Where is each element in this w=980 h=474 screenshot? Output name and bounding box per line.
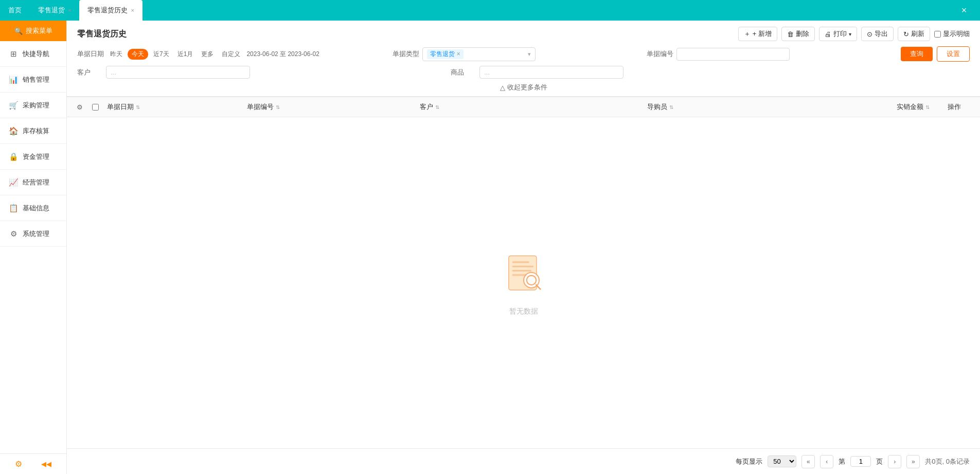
new-button[interactable]: ＋ + 新增 <box>738 27 777 41</box>
tab-retail-return[interactable]: 零售退货 × <box>30 0 79 21</box>
page-title: 零售退货历史 <box>77 29 127 40</box>
tab-home[interactable]: 首页 <box>0 0 30 21</box>
sort-number-icon: ⇅ <box>276 104 280 110</box>
date-opt-yesterday[interactable]: 昨天 <box>107 49 126 60</box>
goods-input[interactable] <box>479 66 623 79</box>
filter-date: 单据日期 昨天 今天 近7天 近1月 更多 自定义 2023-06-02 至 2… <box>77 49 382 60</box>
top-bar: 首页 零售退货 × 零售退货历史 × × <box>0 0 980 21</box>
sidebar-item-system[interactable]: ⚙ 系统管理 <box>0 221 66 247</box>
empty-illustration <box>498 249 549 301</box>
tab-retail-return-history-close[interactable]: × <box>131 7 134 13</box>
date-opt-today[interactable]: 今天 <box>128 49 148 60</box>
filter-customer: 客户 <box>77 66 440 79</box>
th-customer[interactable]: 客户 ⇅ <box>416 102 643 112</box>
table-select-all[interactable] <box>87 104 103 111</box>
th-action-label: 操作 <box>948 102 961 112</box>
tab-retail-return-history[interactable]: 零售退货历史 × <box>79 0 142 21</box>
filter-row-1: 单据日期 昨天 今天 近7天 近1月 更多 自定义 2023-06-02 至 2… <box>77 46 970 62</box>
filter-type: 单据类型 零售退货 × ▾ <box>393 47 636 61</box>
sales-icon: 📊 <box>8 75 19 85</box>
page-prev-button[interactable]: ‹ <box>820 455 833 468</box>
empty-text: 暂无数据 <box>509 307 538 316</box>
sidebar-item-label: 快捷导航 <box>23 49 49 59</box>
page-label: 第 <box>839 457 845 466</box>
table-container: ⚙ 单据日期 ⇅ 单据编号 ⇅ 客户 ⇅ 导购员 ⇅ <box>67 97 980 448</box>
customer-input[interactable] <box>106 66 250 79</box>
print-icon: 🖨 <box>825 30 831 38</box>
number-input[interactable] <box>676 48 790 61</box>
type-select[interactable]: 零售退货 × ▾ <box>422 47 536 61</box>
sidebar-bottom: ⚙ ◀◀ <box>0 453 66 474</box>
inventory-icon: 🏠 <box>8 126 19 136</box>
sidebar-search[interactable]: 🔍 搜索菜单 <box>0 21 66 41</box>
sidebar-item-purchase[interactable]: 🛒 采购管理 <box>0 93 66 118</box>
per-page-select[interactable]: 10 20 50 100 <box>768 455 796 467</box>
th-number[interactable]: 单据编号 ⇅ <box>243 102 416 112</box>
new-label: + 新增 <box>753 29 772 39</box>
collapse-button[interactable]: △ 收起更多条件 <box>77 81 970 96</box>
th-amount[interactable]: 实销金额 ⇅ <box>816 102 934 112</box>
table-header: ⚙ 单据日期 ⇅ 单据编号 ⇅ 客户 ⇅ 导购员 ⇅ <box>67 97 980 117</box>
sidebar-item-baseinfo[interactable]: 📋 基础信息 <box>0 195 66 221</box>
select-all-checkbox[interactable] <box>92 104 99 111</box>
type-tag-remove[interactable]: × <box>457 50 460 58</box>
svg-rect-3 <box>512 270 531 271</box>
type-select-value: 零售退货 × <box>427 49 464 59</box>
main-layout: 🔍 搜索菜单 ⊞ 快捷导航 📊 销售管理 🛒 采购管理 🏠 库存核算 🔒 <box>0 21 980 474</box>
delete-label: 删除 <box>796 29 809 39</box>
content-area: 零售退货历史 ＋ + 新增 🗑 删除 🖨 打印 ▾ <box>67 21 980 474</box>
table-settings-icon[interactable]: ⚙ <box>72 103 87 111</box>
th-guide[interactable]: 导购员 ⇅ <box>643 102 816 112</box>
delete-button[interactable]: 🗑 删除 <box>781 27 815 41</box>
page-next-button[interactable]: › <box>888 455 901 468</box>
sidebar-item-operations[interactable]: 📈 经营管理 <box>0 170 66 195</box>
svg-rect-2 <box>512 266 533 267</box>
page-input[interactable] <box>850 456 871 467</box>
filter-area: 单据日期 昨天 今天 近7天 近1月 更多 自定义 2023-06-02 至 2… <box>77 46 970 96</box>
finance-icon: 🔒 <box>8 152 19 162</box>
print-chevron: ▾ <box>849 31 851 37</box>
date-range-display: 2023-06-02 至 2023-06-02 <box>246 50 319 59</box>
sidebar-menu: ⊞ 快捷导航 📊 销售管理 🛒 采购管理 🏠 库存核算 🔒 资金管理 📈 <box>0 41 66 453</box>
pagination-bar: 每页显示 10 20 50 100 « ‹ 第 页 › » 共0页, 0条记录 <box>67 448 980 474</box>
show-details-label: 显示明细 <box>943 29 970 39</box>
sidebar-search-label: 搜索菜单 <box>26 26 52 35</box>
settings-bottom-icon[interactable]: ⚙ <box>15 459 22 469</box>
th-date[interactable]: 单据日期 ⇅ <box>103 102 243 112</box>
show-details-checkbox[interactable]: 显示明细 <box>934 29 970 39</box>
sidebar-item-inventory[interactable]: 🏠 库存核算 <box>0 118 66 144</box>
settings-button[interactable]: 设置 <box>937 46 970 62</box>
show-details-input[interactable] <box>934 31 941 38</box>
refresh-icon: ↻ <box>903 30 909 38</box>
refresh-button[interactable]: ↻ 刷新 <box>898 27 930 41</box>
goods-filter-label: 商品 <box>451 68 476 77</box>
sidebar-item-label: 销售管理 <box>23 75 49 84</box>
export-icon: ⊙ <box>867 30 872 38</box>
th-action: 操作 <box>934 102 975 112</box>
sidebar-item-quicknav[interactable]: ⊞ 快捷导航 <box>0 41 66 67</box>
collapse-icon[interactable]: ◀◀ <box>41 460 51 468</box>
tab-retail-return-close[interactable]: × <box>68 7 71 13</box>
date-opt-1month[interactable]: 近1月 <box>174 49 197 60</box>
print-button[interactable]: 🖨 打印 ▾ <box>819 27 857 41</box>
export-button[interactable]: ⊙ 导出 <box>861 27 894 41</box>
date-opt-custom[interactable]: 自定义 <box>219 49 243 60</box>
filter-goods: 商品 <box>451 66 814 79</box>
page-first-button[interactable]: « <box>801 455 815 468</box>
number-filter-label: 单据编号 <box>647 49 673 59</box>
sidebar-item-finance[interactable]: 🔒 资金管理 <box>0 144 66 170</box>
type-tag: 零售退货 × <box>427 49 464 59</box>
sidebar-item-sales[interactable]: 📊 销售管理 <box>0 67 66 93</box>
page-last-button[interactable]: » <box>906 455 920 468</box>
sidebar-item-label: 资金管理 <box>23 152 49 161</box>
action-buttons: 查询 设置 <box>901 46 970 62</box>
date-opt-more[interactable]: 更多 <box>198 49 217 60</box>
date-opt-7days[interactable]: 近7天 <box>150 49 172 60</box>
window-close-button[interactable]: × <box>956 3 972 18</box>
page-unit: 页 <box>876 457 883 466</box>
refresh-label: 刷新 <box>911 29 924 39</box>
type-tag-label: 零售退货 <box>430 50 455 59</box>
toolbar: ＋ + 新增 🗑 删除 🖨 打印 ▾ ⊙ 导出 <box>738 27 970 41</box>
sort-customer-icon: ⇅ <box>435 104 439 110</box>
query-button[interactable]: 查询 <box>901 47 933 61</box>
